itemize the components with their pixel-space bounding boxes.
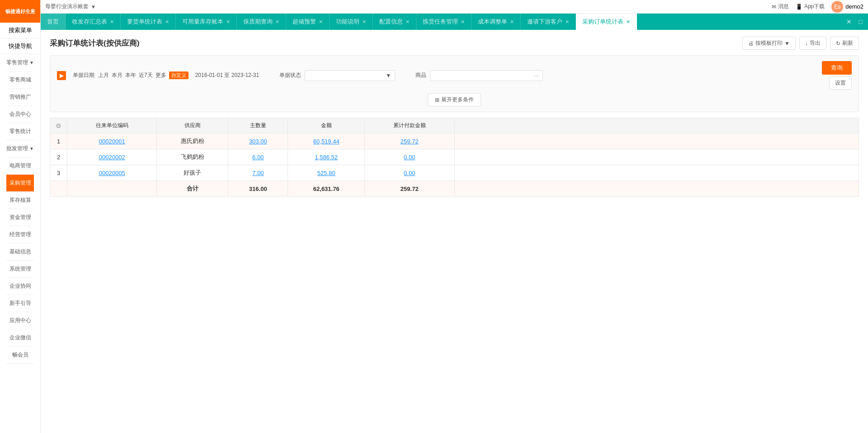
refresh-btn[interactable]: ↻ 刷新: [830, 37, 859, 50]
goods-input[interactable]: ···: [430, 70, 543, 81]
sidebar-item-members[interactable]: 会员中心: [6, 106, 34, 123]
user-menu[interactable]: Ea demo2: [831, 1, 863, 13]
sidebar-item-retail-management[interactable]: 零售管理▼: [6, 54, 34, 71]
tab-close-icon[interactable]: ✕: [165, 19, 169, 25]
nav-tab-receive-summary[interactable]: 收发存汇总表✕: [66, 14, 121, 30]
company-dropdown-icon[interactable]: ▼: [91, 4, 96, 10]
sidebar-item-operations[interactable]: 经营管理: [6, 226, 34, 243]
sidebar-item-finance[interactable]: 资金管理: [6, 209, 34, 226]
nav-tab-function-desc[interactable]: 功能说明✕: [330, 14, 373, 30]
sidebar-item-app-center[interactable]: 应用中心: [6, 312, 34, 329]
tab-close-icon[interactable]: ✕: [226, 19, 230, 25]
cell-amount[interactable]: 1,586.52: [288, 149, 365, 165]
sidebar-item-wholesale[interactable]: 批发管理▼: [6, 140, 34, 157]
sidebar-item-basic-info[interactable]: 基础信息: [6, 243, 34, 261]
sidebar-quick-nav[interactable]: 快捷导航: [0, 38, 40, 54]
query-btn[interactable]: 查询: [822, 61, 852, 75]
sidebar-item-label: 零售管理: [6, 59, 28, 67]
sidebar-item-retail-stats[interactable]: 零售统计: [6, 123, 34, 140]
nav-tab-picking-task[interactable]: 拣货任务管理✕: [416, 14, 472, 30]
shortcut-more[interactable]: 更多: [156, 71, 166, 79]
paid-link[interactable]: 0.00: [404, 154, 415, 161]
page-inner: 采购订单统计表(按供应商) 🖨 按模板打印 ▼ ↓ 导出 ↻ 刷新: [41, 30, 868, 433]
tab-close-icon[interactable]: ✕: [362, 19, 366, 25]
sidebar-item-enterprise[interactable]: 企业协同: [6, 278, 34, 295]
filter-collapse-btn[interactable]: ▶: [57, 71, 66, 80]
tab-close-icon[interactable]: ✕: [319, 19, 323, 25]
sidebar-item-vip[interactable]: 畅会员: [6, 347, 34, 364]
cell-unit-code[interactable]: 00020002: [67, 149, 157, 165]
message-btn[interactable]: ✉ 消息: [772, 3, 789, 10]
maximize-btn[interactable]: □: [857, 16, 864, 27]
settings-btn[interactable]: 设置: [829, 76, 852, 90]
th-settings: ⚙: [50, 118, 67, 133]
unit-code-link[interactable]: 00020005: [99, 170, 125, 176]
nav-tab-config-info[interactable]: 配置信息✕: [373, 14, 416, 30]
shortcut-7days[interactable]: 近7天: [139, 71, 153, 79]
amount-link[interactable]: 1,586.52: [315, 154, 338, 161]
sidebar-item-purchase[interactable]: 采购管理: [6, 175, 34, 192]
unit-code-link[interactable]: 00020002: [99, 154, 125, 161]
print-btn[interactable]: 🖨 按模板打印 ▼: [742, 37, 796, 50]
paid-link[interactable]: 259.72: [401, 138, 419, 145]
nav-tab-overstock-warning[interactable]: 超储预警✕: [286, 14, 330, 30]
page-title: 采购订单统计表(按供应商): [50, 38, 139, 48]
paid-link[interactable]: 0.00: [404, 170, 415, 176]
app-download-btn[interactable]: 📱 App下载: [796, 3, 825, 10]
tab-close-icon[interactable]: ✕: [406, 19, 410, 25]
cell-unit-code[interactable]: 00020005: [67, 165, 157, 181]
cell-amount[interactable]: 525.80: [288, 165, 365, 181]
cell-amount[interactable]: 60,519.44: [288, 133, 365, 149]
nav-tab-invite-downstream[interactable]: 邀请下游客户✕: [521, 14, 576, 30]
cell-main-qty[interactable]: 6.00: [228, 149, 288, 165]
cell-paid-amount[interactable]: 259.72: [364, 133, 454, 149]
sidebar-item-marketing[interactable]: 营销推广: [6, 89, 34, 106]
th-extra: [454, 118, 859, 133]
sidebar-item-wechat[interactable]: 企业微信: [6, 329, 34, 347]
nav-tab-expiry-query[interactable]: 保质期查询✕: [237, 14, 286, 30]
sidebar-item-retail-shop[interactable]: 零售商城: [6, 71, 34, 89]
sidebar-item-guide[interactable]: 新手引导: [6, 295, 34, 312]
nav-tab-order-summary[interactable]: 要货单统计表✕: [121, 14, 176, 30]
main-qty-link[interactable]: 303.00: [249, 138, 267, 145]
shortcut-this-month[interactable]: 本月: [112, 71, 123, 79]
expand-more-btn[interactable]: ⊞ 展开更多条件: [428, 93, 481, 106]
shortcut-this-year[interactable]: 本年: [125, 71, 136, 79]
sidebar-search-item[interactable]: 搜索菜单: [0, 23, 40, 38]
close-all-tabs-btn[interactable]: ✕: [844, 16, 854, 27]
export-btn[interactable]: ↓ 导出: [799, 37, 826, 50]
main-qty-link[interactable]: 7.00: [252, 170, 264, 176]
tab-close-icon[interactable]: ✕: [626, 19, 630, 25]
cell-paid-amount[interactable]: 0.00: [364, 165, 454, 181]
nav-tab-cost-adjust[interactable]: 成本调整单✕: [472, 14, 521, 30]
date-shortcuts: 上月 本月 本年 近7天 更多 自定义: [98, 71, 189, 79]
nav-tab-available-inventory[interactable]: 可用量库存账本✕: [176, 14, 237, 30]
cell-main-qty[interactable]: 7.00: [228, 165, 288, 181]
goods-dots[interactable]: ···: [534, 72, 539, 79]
cell-unit-code[interactable]: 00020001: [67, 133, 157, 149]
amount-link[interactable]: 60,519.44: [313, 138, 340, 145]
unit-code-link[interactable]: 00020001: [99, 138, 125, 145]
amount-link[interactable]: 525.80: [317, 170, 335, 176]
custom-badge[interactable]: 自定义: [169, 71, 189, 79]
cell-main-qty[interactable]: 303.00: [228, 133, 288, 149]
print-dropdown-icon[interactable]: ▼: [784, 40, 790, 47]
tab-close-icon[interactable]: ✕: [275, 19, 279, 25]
tab-close-icon[interactable]: ✕: [565, 19, 569, 25]
cell-paid-amount[interactable]: 0.00: [364, 149, 454, 165]
tab-close-icon[interactable]: ✕: [461, 19, 465, 25]
main-qty-link[interactable]: 6.00: [252, 154, 264, 161]
sidebar-item-inventory[interactable]: 库存核算: [6, 192, 34, 209]
tab-close-icon[interactable]: ✕: [110, 19, 114, 25]
nav-tab-home[interactable]: 首页: [41, 14, 66, 30]
sidebar-item-system[interactable]: 系统管理: [6, 261, 34, 278]
shortcut-last-month[interactable]: 上月: [98, 71, 109, 79]
cell-supplier: 惠氏奶粉: [157, 133, 228, 149]
nav-tab-label: 邀请下游客户: [527, 18, 562, 26]
status-select[interactable]: ▼: [305, 70, 395, 81]
sidebar-item-ecommerce[interactable]: 电商管理: [6, 157, 34, 175]
nav-tab-label: 配置信息: [379, 18, 403, 26]
tab-close-icon[interactable]: ✕: [510, 19, 514, 25]
nav-tab-purchase-stats[interactable]: 采购订单统计表✕: [576, 14, 637, 30]
column-settings-icon[interactable]: ⚙: [56, 122, 61, 129]
